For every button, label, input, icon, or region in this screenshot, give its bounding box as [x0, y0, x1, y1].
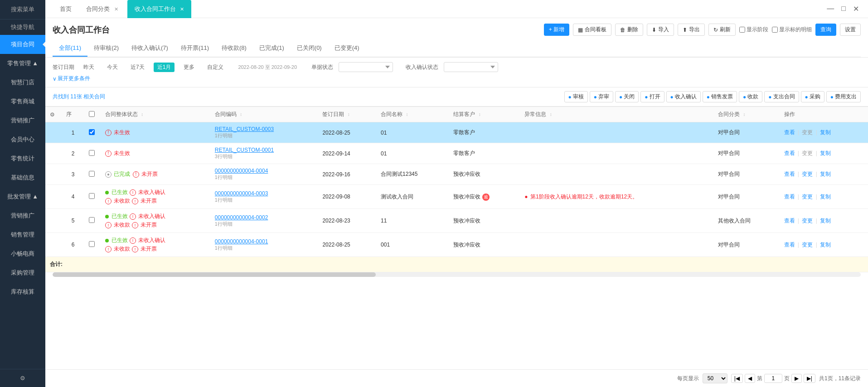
contract-link-1[interactable]: RETAIL_CUSTOM-0003 — [215, 126, 314, 132]
op-change-2[interactable]: 变更 — [802, 150, 813, 156]
sidebar-item-inventory[interactable]: 库存核算 — [0, 282, 45, 301]
action-abandon-button[interactable]: ●弃审 — [590, 91, 613, 102]
tab-home[interactable]: 首页 — [53, 0, 79, 18]
sidebar-settings[interactable]: ⚙ — [0, 369, 45, 387]
scroll-bar-hint[interactable] — [53, 272, 861, 277]
sidebar-item-member-center[interactable]: 会员中心 — [0, 130, 45, 149]
col-config[interactable]: ⚙ — [45, 107, 62, 122]
contract-link-4[interactable]: 0000000000004-0003 — [215, 190, 314, 197]
tab-income-workbench-close[interactable]: ✕ — [180, 6, 184, 12]
income-confirm-status-select[interactable] — [444, 62, 498, 72]
expand-more-conditions[interactable]: ∨ 展开更多条件 — [53, 75, 90, 82]
tab-contract-category[interactable]: 合同分类 ✕ — [79, 0, 126, 18]
doc-status-select[interactable] — [339, 62, 393, 72]
row-checkbox-4[interactable] — [89, 193, 95, 199]
sidebar-item-smart-store[interactable]: 智慧门店 — [0, 73, 45, 92]
contract-board-button[interactable]: ▦ 合同看板 — [573, 24, 611, 36]
op-view-5[interactable]: 查看 — [784, 218, 795, 224]
status-tab-changed[interactable]: 已变更(4) — [328, 40, 366, 57]
action-close-button[interactable]: ●关闭 — [615, 91, 639, 102]
show-details-checkbox[interactable] — [772, 27, 778, 33]
op-change-3[interactable]: 变更 — [802, 171, 813, 177]
tab-income-workbench[interactable]: 收入合同工作台 ✕ — [127, 0, 192, 18]
op-copy-1[interactable]: 复制 — [820, 129, 831, 135]
minimize-button[interactable]: — — [825, 5, 836, 13]
sidebar-item-sales-mgmt[interactable]: 销售管理 — [0, 225, 45, 244]
new-button[interactable]: + 新增 — [544, 24, 569, 36]
date-btn-more[interactable]: 更多 — [180, 63, 198, 72]
status-tab-completed[interactable]: 已完成(1) — [253, 40, 291, 57]
action-sales-invoice-button[interactable]: ●销售发票 — [703, 91, 737, 102]
op-copy-3[interactable]: 复制 — [820, 171, 831, 177]
sidebar-item-xiaochang[interactable]: 小畅电商 — [0, 244, 45, 263]
status-tab-pending-income-confirm[interactable]: 待收入确认(7) — [125, 40, 175, 57]
status-tab-closed[interactable]: 已关闭(0) — [291, 40, 328, 57]
row-checkbox-6[interactable] — [89, 241, 95, 247]
sidebar-item-marketing2[interactable]: 营销推广 — [0, 206, 45, 225]
op-copy-6[interactable]: 复制 — [820, 242, 831, 248]
date-btn-last7[interactable]: 近7天 — [127, 63, 148, 72]
query-button[interactable]: 查询 — [815, 24, 836, 36]
show-stages-checkbox[interactable] — [739, 27, 745, 33]
refresh-button[interactable]: ↻ 刷新 — [708, 24, 736, 36]
row-checkbox-2[interactable] — [89, 150, 95, 156]
op-copy-4[interactable]: 复制 — [820, 194, 831, 200]
maximize-button[interactable]: □ — [839, 5, 848, 13]
contract-link-3[interactable]: 0000000000004-0004 — [215, 168, 314, 174]
export-button[interactable]: ⬆ 导出 — [678, 24, 705, 36]
op-view-3[interactable]: 查看 — [784, 171, 795, 177]
action-purchase-button[interactable]: ●采购 — [801, 91, 824, 102]
op-copy-5[interactable]: 复制 — [820, 218, 831, 224]
close-window-button[interactable]: ✕ — [851, 5, 861, 13]
sidebar-item-retail-management[interactable]: 零售管理 ▲ — [0, 54, 45, 73]
page-next-button[interactable]: ▶ — [791, 374, 802, 383]
sidebar-item-retail-mall[interactable]: 零售商城 — [0, 92, 45, 111]
row-checkbox-3[interactable] — [89, 171, 95, 177]
sidebar-item-marketing1[interactable]: 营销推广 — [0, 111, 45, 130]
row-checkbox-1[interactable] — [89, 129, 95, 135]
op-view-6[interactable]: 查看 — [784, 242, 795, 248]
status-tab-all[interactable]: 全部(11) — [53, 40, 87, 57]
date-btn-today[interactable]: 今天 — [103, 63, 121, 72]
delete-button[interactable]: 🗑 删除 — [615, 24, 643, 36]
op-change-1[interactable]: 变更 — [802, 129, 813, 135]
page-last-button[interactable]: ▶| — [804, 374, 815, 383]
action-open-button[interactable]: ●打开 — [640, 91, 664, 102]
op-change-5[interactable]: 变更 — [802, 218, 813, 224]
sidebar-quick-nav[interactable]: 快捷导航 — [0, 19, 45, 35]
status-tab-pending-review[interactable]: 待审核(2) — [87, 40, 125, 57]
page-size-select[interactable]: 10 20 50 100 — [703, 373, 727, 383]
select-all-checkbox[interactable] — [89, 111, 95, 117]
import-button[interactable]: ⬇ 导入 — [647, 24, 674, 36]
date-btn-yesterday[interactable]: 昨天 — [80, 63, 98, 72]
status-tab-pending-invoice[interactable]: 待开票(11) — [175, 40, 215, 57]
date-btn-custom[interactable]: 自定义 — [204, 63, 227, 72]
page-first-button[interactable]: |◀ — [731, 374, 743, 383]
contract-link-2[interactable]: RETAIL_CUSTOM-0001 — [215, 147, 314, 153]
sidebar-item-project-contract[interactable]: 项目合同 — [0, 35, 45, 54]
op-change-4[interactable]: 变更 — [802, 194, 813, 200]
op-change-6[interactable]: 变更 — [802, 242, 813, 248]
sidebar-item-retail-stats[interactable]: 零售统计 — [0, 149, 45, 168]
status-tab-pending-payment[interactable]: 待收款(8) — [215, 40, 253, 57]
sidebar-item-basic-info[interactable]: 基础信息 — [0, 168, 45, 187]
op-copy-2[interactable]: 复制 — [820, 150, 831, 156]
sidebar-search[interactable]: 搜索菜单 — [0, 0, 45, 19]
action-expense-output-button[interactable]: ●费用支出 — [826, 91, 861, 102]
action-income-confirm-button[interactable]: ●收入确认 — [666, 91, 701, 102]
settings-button[interactable]: 设置 — [840, 24, 861, 36]
page-prev-button[interactable]: ◀ — [745, 374, 755, 383]
contract-link-5[interactable]: 0000000000004-0002 — [215, 214, 314, 221]
op-view-1[interactable]: 查看 — [784, 129, 795, 135]
page-input[interactable] — [764, 374, 782, 383]
op-view-2[interactable]: 查看 — [784, 150, 795, 156]
action-output-contract-button[interactable]: ●支出合同 — [764, 91, 799, 102]
action-review-button[interactable]: ●审核 — [564, 91, 588, 102]
row-checkbox-5[interactable] — [89, 217, 95, 223]
op-view-4[interactable]: 查看 — [784, 194, 795, 200]
sidebar-item-wholesale-mgmt[interactable]: 批发管理 ▲ — [0, 187, 45, 206]
contract-link-6[interactable]: 0000000000004-0001 — [215, 238, 314, 245]
date-btn-last1month[interactable]: 近1月 — [154, 63, 175, 72]
sidebar-item-purchase-mgmt[interactable]: 采购管理 — [0, 263, 45, 282]
action-payment-button[interactable]: ●收款 — [739, 91, 762, 102]
